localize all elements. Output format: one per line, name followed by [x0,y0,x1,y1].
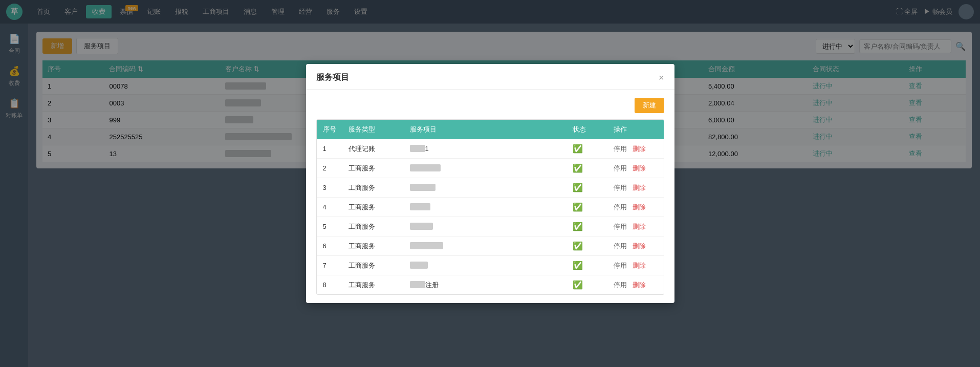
modal-title: 服务项目 [316,72,349,83]
modal-body: 新建 序号 服务类型 服务项目 状态 操作 [306,90,674,303]
modal-row-ops: 停用 删除 [607,256,664,275]
modal-row-status: ✅ [567,236,607,256]
delete-button[interactable]: 删除 [633,164,646,172]
modal-table-row: 7 工商服务 ✅ 停用 删除 [317,256,664,275]
modal-col-item: 服务项目 [404,120,567,139]
modal-row-index: 1 [317,139,342,159]
modal-new-button[interactable]: 新建 [635,98,664,113]
modal-col-type: 服务类型 [342,120,404,139]
modal-header: 服务项目 × [306,64,674,90]
modal-row-ops: 停用 删除 [607,217,664,236]
modal-row-status: ✅ [567,198,607,217]
delete-button[interactable]: 删除 [633,262,646,269]
modal-row-index: 2 [317,159,342,178]
modal-row-item [404,198,567,217]
modal-row-ops: 停用 删除 [607,198,664,217]
modal-row-ops: 停用 删除 [607,275,664,295]
modal-row-type: 工商服务 [342,236,404,256]
modal-row-status: ✅ [567,139,607,159]
delete-button[interactable]: 删除 [633,223,646,230]
modal-col-ops: 操作 [607,120,664,139]
modal-row-index: 5 [317,217,342,236]
modal-row-item: 1 [404,139,567,159]
delete-button[interactable]: 删除 [633,203,646,211]
modal-row-type: 代理记账 [342,139,404,159]
modal-row-index: 7 [317,256,342,275]
modal-table-row: 3 工商服务 ✅ 停用 删除 [317,178,664,198]
modal-row-type: 工商服务 [342,198,404,217]
modal-table-row: 6 工商服务 ✅ 停用 删除 [317,236,664,256]
modal-row-index: 4 [317,198,342,217]
modal-row-item [404,159,567,178]
modal-table-wrap: 序号 服务类型 服务项目 状态 操作 1 代理记账 1 ✅ [316,119,664,295]
modal-row-ops: 停用 删除 [607,139,664,159]
modal-toolbar: 新建 [316,98,664,113]
modal-row-status: ✅ [567,256,607,275]
stop-button[interactable]: 停用 [614,145,627,153]
delete-button[interactable]: 删除 [633,281,646,289]
modal-row-item [404,256,567,275]
modal-row-type: 工商服务 [342,275,404,295]
modal-table-row: 2 工商服务 ✅ 停用 删除 [317,159,664,178]
modal-col-index: 序号 [317,120,342,139]
modal-table-row: 4 工商服务 ✅ 停用 删除 [317,198,664,217]
modal-row-type: 工商服务 [342,217,404,236]
stop-button[interactable]: 停用 [614,242,627,250]
modal-row-type: 工商服务 [342,159,404,178]
modal-row-index: 8 [317,275,342,295]
stop-button[interactable]: 停用 [614,223,627,230]
stop-button[interactable]: 停用 [614,262,627,269]
modal-row-ops: 停用 删除 [607,178,664,198]
stop-button[interactable]: 停用 [614,184,627,191]
modal-service-table: 序号 服务类型 服务项目 状态 操作 1 代理记账 1 ✅ [317,120,664,294]
modal-row-type: 工商服务 [342,178,404,198]
delete-button[interactable]: 删除 [633,145,646,153]
modal-row-type: 工商服务 [342,256,404,275]
modal-row-ops: 停用 删除 [607,236,664,256]
delete-button[interactable]: 删除 [633,242,646,250]
modal-row-item: 注册 [404,275,567,295]
modal-row-status: ✅ [567,178,607,198]
modal-table-row: 8 工商服务 注册 ✅ 停用 删除 [317,275,664,295]
modal-row-item [404,178,567,198]
stop-button[interactable]: 停用 [614,203,627,211]
modal-row-item [404,217,567,236]
modal-row-item [404,236,567,256]
modal-row-status: ✅ [567,159,607,178]
modal-table-row: 1 代理记账 1 ✅ 停用 删除 [317,139,664,159]
modal-row-status: ✅ [567,217,607,236]
stop-button[interactable]: 停用 [614,281,627,289]
modal-close-button[interactable]: × [659,73,664,82]
modal-table-row: 5 工商服务 ✅ 停用 删除 [317,217,664,236]
modal-row-index: 3 [317,178,342,198]
modal-row-index: 6 [317,236,342,256]
modal-row-status: ✅ [567,275,607,295]
stop-button[interactable]: 停用 [614,164,627,172]
modal-row-ops: 停用 删除 [607,159,664,178]
delete-button[interactable]: 删除 [633,184,646,191]
modal-overlay: 服务项目 × 新建 序号 服务类型 服务项目 状态 操作 [0,0,980,367]
service-items-modal: 服务项目 × 新建 序号 服务类型 服务项目 状态 操作 [306,64,674,303]
modal-col-status: 状态 [567,120,607,139]
